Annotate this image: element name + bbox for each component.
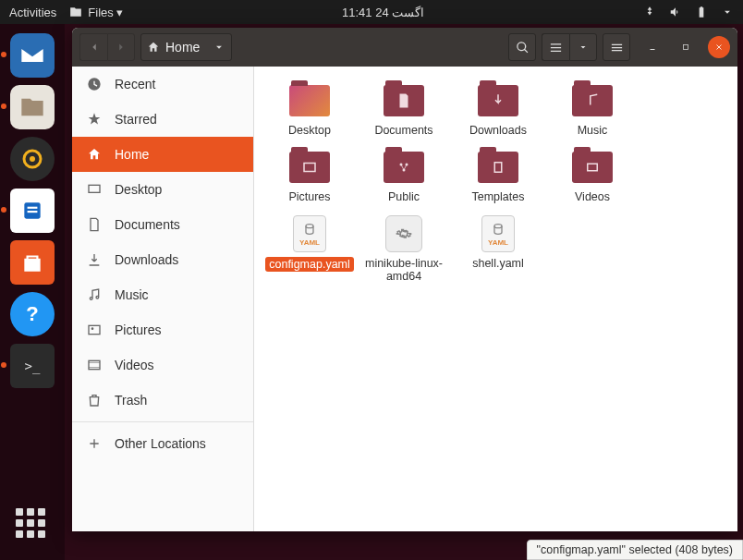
file-shell-yaml[interactable]: YAMLshell.yaml <box>454 211 542 286</box>
dock-software[interactable] <box>10 240 55 285</box>
titlebar: Home <box>72 28 737 67</box>
back-button[interactable] <box>79 33 107 61</box>
sidebar: Recent Starred Home Desktop Documents Do… <box>72 67 254 531</box>
sidebar-item-pictures[interactable]: Pictures <box>72 312 253 347</box>
clock[interactable]: اگست 24 11:41 <box>123 6 643 19</box>
folder-pictures[interactable]: Pictures <box>265 144 354 207</box>
location-bar[interactable]: Home <box>140 33 232 61</box>
svg-rect-8 <box>89 325 100 334</box>
sidebar-item-label: Other Locations <box>115 436 206 451</box>
sidebar-item-label: Pictures <box>115 323 162 337</box>
svg-point-17 <box>306 224 313 227</box>
activities-button[interactable]: Activities <box>9 6 56 19</box>
sidebar-item-videos[interactable]: Videos <box>72 347 253 383</box>
svg-rect-16 <box>588 164 598 171</box>
svg-point-12 <box>400 164 403 166</box>
svg-rect-4 <box>28 211 38 213</box>
folder-documents[interactable]: Documents <box>359 78 448 140</box>
dock: ? >_ <box>0 24 65 560</box>
svg-rect-11 <box>304 164 315 172</box>
gnome-topbar: Activities Files ▾ اگست 24 11:41 <box>0 0 743 24</box>
file-label: Documents <box>374 124 432 137</box>
svg-rect-5 <box>651 49 655 50</box>
sidebar-item-label: Trash <box>115 393 147 408</box>
nautilus-window: Home Recent Starred Home Desktop Documen… <box>72 28 737 531</box>
svg-rect-15 <box>494 163 502 173</box>
svg-rect-3 <box>28 207 38 209</box>
sidebar-item-label: Recent <box>115 77 155 91</box>
minimize-button[interactable] <box>641 36 664 58</box>
file-label: Public <box>388 190 420 203</box>
battery-icon[interactable] <box>695 6 708 18</box>
file-minikube[interactable]: minikube-linux-amd64 <box>359 211 448 286</box>
sidebar-item-label: Starred <box>115 112 157 127</box>
network-icon[interactable] <box>643 6 656 18</box>
folder-icon <box>69 6 82 18</box>
file-label: Templates <box>472 190 525 203</box>
close-button[interactable] <box>708 36 730 58</box>
dock-files[interactable] <box>10 85 55 129</box>
svg-point-18 <box>494 224 502 227</box>
sidebar-item-other-locations[interactable]: Other Locations <box>72 426 253 461</box>
folder-public[interactable]: Public <box>359 144 448 207</box>
sidebar-item-home[interactable]: Home <box>72 137 253 172</box>
hamburger-button[interactable] <box>603 33 630 61</box>
dock-thunderbird[interactable] <box>10 33 55 78</box>
file-grid: Desktop Documents Downloads Music Pictur… <box>254 67 737 531</box>
file-label: Videos <box>575 190 610 203</box>
dock-terminal[interactable]: >_ <box>10 344 55 388</box>
dock-rhythmbox[interactable] <box>10 137 55 181</box>
file-label: Desktop <box>288 124 331 137</box>
sidebar-item-label: Desktop <box>115 182 162 197</box>
search-button[interactable] <box>508 33 536 61</box>
dock-libreoffice[interactable] <box>10 189 55 233</box>
sidebar-item-documents[interactable]: Documents <box>72 207 253 242</box>
sidebar-item-label: Videos <box>115 358 154 372</box>
chevron-down-icon[interactable] <box>721 6 734 18</box>
view-menu-button[interactable] <box>569 33 597 61</box>
file-label: Pictures <box>288 190 330 203</box>
sidebar-item-trash[interactable]: Trash <box>72 383 253 418</box>
sidebar-item-desktop[interactable]: Desktop <box>72 172 253 207</box>
dock-help[interactable]: ? <box>10 292 55 336</box>
sidebar-item-recent[interactable]: Recent <box>72 67 253 102</box>
maximize-button[interactable] <box>675 36 697 58</box>
folder-videos[interactable]: Videos <box>548 144 637 207</box>
view-list-button[interactable] <box>542 33 569 61</box>
sidebar-item-music[interactable]: Music <box>72 277 253 312</box>
app-menu-label: Files ▾ <box>88 6 123 19</box>
sidebar-item-label: Home <box>115 147 149 162</box>
sidebar-item-label: Downloads <box>115 252 178 267</box>
file-label: shell.yaml <box>472 257 524 270</box>
svg-point-9 <box>91 327 94 330</box>
status-bar: "configmap.yaml" selected (408 bytes) <box>527 540 743 560</box>
folder-downloads[interactable]: Downloads <box>454 78 542 140</box>
file-configmap-yaml[interactable]: YAMLconfigmap.yaml <box>265 211 354 286</box>
dock-apps-grid[interactable] <box>16 508 49 542</box>
file-label: configmap.yaml <box>265 257 354 272</box>
sidebar-item-label: Music <box>115 287 149 302</box>
svg-rect-6 <box>684 45 688 50</box>
sidebar-item-starred[interactable]: Starred <box>72 102 253 137</box>
sidebar-item-label: Documents <box>115 217 180 232</box>
file-label: Downloads <box>469 124 527 137</box>
svg-point-1 <box>30 156 35 162</box>
location-label: Home <box>165 40 200 55</box>
folder-music[interactable]: Music <box>548 78 637 140</box>
home-icon <box>147 41 160 54</box>
sidebar-item-downloads[interactable]: Downloads <box>72 242 253 277</box>
svg-rect-7 <box>89 185 100 192</box>
file-label: Music <box>578 124 608 137</box>
chevron-down-icon <box>213 41 225 54</box>
file-label: minikube-linux-amd64 <box>361 257 446 283</box>
folder-desktop[interactable]: Desktop <box>265 78 354 140</box>
app-menu[interactable]: Files ▾ <box>69 6 123 19</box>
forward-button[interactable] <box>107 33 135 61</box>
volume-icon[interactable] <box>669 6 682 18</box>
svg-rect-10 <box>89 360 100 369</box>
folder-templates[interactable]: Templates <box>454 144 542 207</box>
